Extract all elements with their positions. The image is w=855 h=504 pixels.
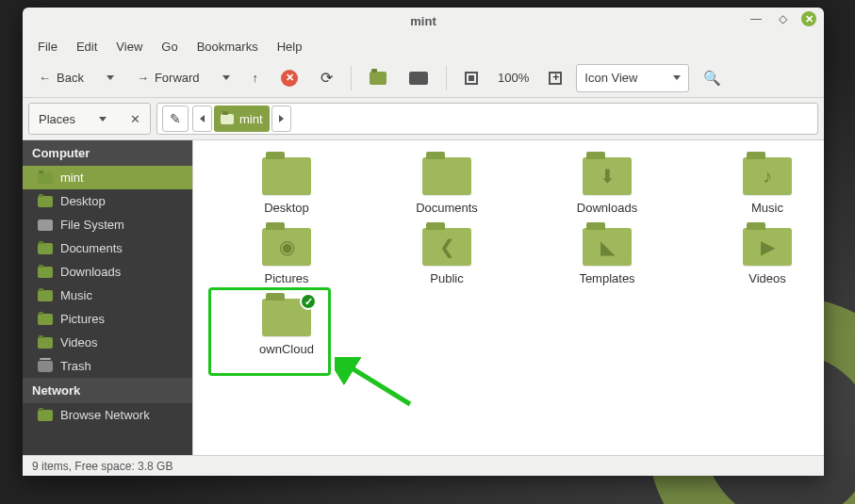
sidebar-item-documents[interactable]: Documents (23, 236, 192, 260)
close-icon[interactable]: ✕ (130, 112, 140, 126)
sidebar-item-filesystem[interactable]: File System (23, 213, 192, 236)
folder-icon (38, 243, 53, 254)
sidebar-item-label: Downloads (60, 265, 121, 279)
titlebar: mint — ◇ ✕ (23, 8, 824, 34)
folder-icon: ◉ (262, 228, 311, 266)
folder-label: Desktop (264, 201, 309, 215)
folder-label: Music (751, 201, 783, 215)
sidebar-item-label: Pictures (60, 312, 105, 326)
folder-pictures[interactable]: ◉ Pictures (216, 228, 357, 285)
parent-directory-button[interactable]: ↑ (244, 64, 268, 92)
folder-label: Documents (416, 201, 478, 215)
menu-edit[interactable]: Edit (69, 36, 105, 57)
status-text: 9 items, Free space: 3.8 GB (32, 460, 173, 473)
back-history-dropdown[interactable] (98, 64, 123, 92)
stop-icon: ✕ (281, 70, 298, 87)
sidebar-item-desktop[interactable]: Desktop (23, 189, 192, 213)
folder-downloads[interactable]: ⬇ Downloads (536, 157, 678, 215)
sidebar-item-trash[interactable]: Trash (23, 354, 192, 378)
sidebar-item-label: Browse Network (60, 408, 150, 422)
folder-label: Downloads (577, 201, 637, 215)
view-mode-select[interactable]: Icon View (576, 64, 689, 92)
folder-icon (38, 267, 53, 278)
icons-grid: Desktop Documents ⬇ Downloads ♪ Music ◉ … (193, 140, 824, 373)
path-next-button[interactable] (271, 106, 291, 132)
menu-view[interactable]: View (108, 36, 150, 57)
folder-music[interactable]: ♪ Music (697, 157, 824, 215)
toggle-location-entry-button[interactable]: ✎ (162, 106, 189, 132)
folder-icon (38, 172, 53, 184)
folder-icon (38, 337, 53, 349)
arrow-right-icon: → (137, 71, 149, 85)
search-icon: 🔍 (703, 70, 721, 87)
menu-file[interactable]: File (30, 36, 65, 57)
places-pane-toggle[interactable]: Places ✕ (28, 103, 151, 135)
forward-button[interactable]: → Forward (128, 64, 208, 92)
menu-go[interactable]: Go (154, 36, 185, 57)
forward-history-dropdown[interactable] (214, 64, 238, 92)
sidebar-item-pictures[interactable]: Pictures (23, 307, 192, 331)
window-title: mint (410, 14, 436, 28)
forward-label: Forward (155, 71, 200, 85)
sidebar-section-network: Network (23, 378, 192, 403)
sidebar-item-label: Documents (60, 241, 123, 255)
file-manager-window: mint — ◇ ✕ File Edit View Go Bookmarks H… (23, 8, 824, 476)
zoom-reset-button[interactable] (456, 64, 486, 92)
folder-icon: ▶ (743, 228, 792, 266)
path-segment-current[interactable]: mint (214, 106, 270, 132)
stop-button[interactable]: ✕ (272, 64, 306, 92)
icon-view[interactable]: Desktop Documents ⬇ Downloads ♪ Music ◉ … (192, 140, 824, 455)
path-bar: ✎ mint (156, 103, 818, 135)
folder-label: Public (430, 271, 463, 285)
home-folder-icon (370, 72, 386, 85)
search-button[interactable]: 🔍 (695, 64, 730, 92)
reload-button[interactable]: ⟳ (312, 64, 341, 92)
folder-documents[interactable]: Documents (376, 157, 518, 215)
folder-videos[interactable]: ▶ Videos (697, 228, 824, 285)
menu-bookmarks[interactable]: Bookmarks (189, 36, 266, 57)
folder-icon: ✓ (262, 299, 311, 336)
sidebar-item-label: File System (60, 218, 124, 232)
drive-icon (38, 219, 53, 231)
back-label: Back (57, 71, 84, 85)
places-sidebar: Computer mint Desktop File System Docume… (23, 140, 192, 455)
sidebar-item-downloads[interactable]: Downloads (23, 260, 192, 284)
chevron-right-icon (279, 115, 284, 122)
zoom-in-icon (549, 72, 562, 85)
zoom-in-button[interactable] (540, 64, 570, 92)
computer-button[interactable] (401, 64, 436, 92)
location-bar: Places ✕ ✎ mint (23, 98, 824, 139)
folder-label: Pictures (265, 271, 309, 285)
chevron-down-icon (222, 75, 230, 80)
sidebar-item-music[interactable]: Music (23, 284, 192, 307)
sidebar-item-home[interactable]: mint (23, 166, 192, 189)
menu-help[interactable]: Help (270, 36, 310, 57)
folder-icon: ♪ (743, 157, 792, 195)
trash-icon (38, 361, 53, 372)
chevron-left-icon (200, 115, 205, 122)
folder-owncloud[interactable]: ✓ ownCloud (216, 299, 357, 356)
chevron-down-icon (673, 75, 681, 80)
maximize-button[interactable]: ◇ (775, 11, 790, 26)
folder-icon (38, 314, 53, 325)
folder-label: Videos (748, 271, 786, 285)
folder-label: Templates (579, 271, 634, 285)
back-button[interactable]: ← Back (30, 64, 92, 92)
arrow-left-icon: ← (39, 71, 51, 85)
folder-desktop[interactable]: Desktop (216, 157, 357, 215)
folder-templates[interactable]: ◣ Templates (536, 228, 678, 285)
path-prev-button[interactable] (192, 106, 212, 132)
sidebar-item-videos[interactable]: Videos (23, 331, 192, 354)
folder-icon (38, 410, 53, 421)
folder-public[interactable]: ❮ Public (376, 228, 518, 285)
home-button[interactable] (361, 64, 395, 92)
close-button[interactable]: ✕ (801, 11, 816, 26)
chevron-down-icon (99, 117, 107, 122)
monitor-icon (409, 72, 428, 85)
path-segment-label: mint (239, 112, 263, 126)
minimize-button[interactable]: — (748, 11, 764, 26)
status-bar: 9 items, Free space: 3.8 GB (23, 455, 824, 476)
sidebar-item-label: Trash (60, 359, 91, 373)
sidebar-item-browse-network[interactable]: Browse Network (23, 403, 192, 427)
folder-icon (38, 196, 53, 207)
